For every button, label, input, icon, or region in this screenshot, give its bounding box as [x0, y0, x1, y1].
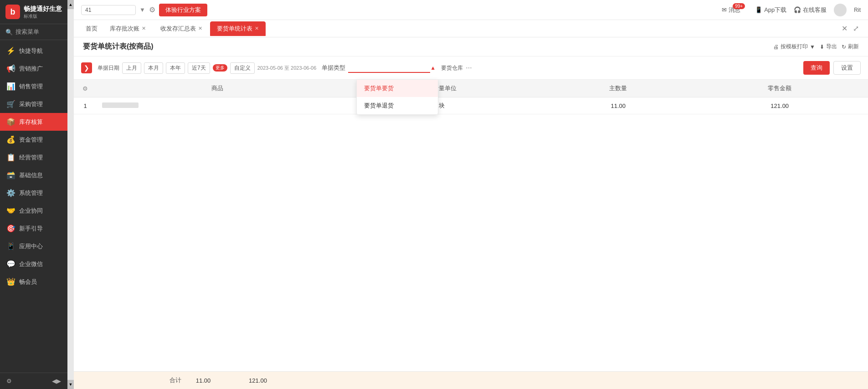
- industry-solution-button[interactable]: 体验行业方案: [159, 4, 207, 16]
- footer-label: 合计: [83, 376, 181, 384]
- filter-settings-button[interactable]: 设置: [833, 61, 861, 75]
- sidebar-item-basic[interactable]: 🗃️ 基础信息: [0, 166, 67, 184]
- marketing-icon: 📢: [6, 64, 15, 73]
- tab-inventory-batch[interactable]: 库存批次账 ✕: [103, 21, 153, 36]
- purchase-icon: 🛒: [6, 100, 15, 108]
- data-table-container: ⚙ 商品 主计量单位 主数量 零售金额 1 块 11.00: [74, 80, 868, 371]
- online-service-button[interactable]: 🎧 在线客服: [794, 6, 827, 14]
- scroll-up-btn[interactable]: ▲: [67, 0, 74, 9]
- filter-actions: 查询 设置: [803, 61, 861, 75]
- dropdown-arrow-icon[interactable]: ▼: [139, 6, 145, 13]
- refresh-label: 刷新: [848, 43, 859, 51]
- sidebar-item-label: 经营管理: [19, 154, 43, 162]
- sidebar-item-quick-nav[interactable]: ⚡ 快捷导航: [0, 42, 67, 60]
- sidebar-item-sales[interactable]: 📊 销售管理: [0, 77, 67, 95]
- sidebar-item-inventory[interactable]: 📦 库存核算: [0, 113, 67, 131]
- print-dropdown-icon[interactable]: ▼: [810, 44, 815, 50]
- scroll-indicator: ▲ ▼: [67, 0, 74, 389]
- sidebar-item-operations[interactable]: 📋 经营管理: [0, 148, 67, 166]
- sidebar-item-label: 应用中心: [19, 242, 43, 251]
- tab-label: 收发存汇总表: [160, 25, 196, 33]
- search-menu[interactable]: 🔍 搜索菜单: [0, 24, 67, 40]
- column-settings-icon[interactable]: ⚙: [82, 85, 88, 92]
- sales-icon: 📊: [6, 82, 15, 91]
- sidebar-item-enterprise[interactable]: 🤝 企业协同: [0, 202, 67, 220]
- sidebar-item-label: 畅会员: [19, 278, 37, 286]
- breadcrumb-input[interactable]: [81, 5, 136, 15]
- inventory-icon: 📦: [6, 118, 15, 126]
- app-download-button[interactable]: 📱 App下载: [755, 6, 786, 14]
- refresh-button[interactable]: ↻ 刷新: [842, 43, 859, 51]
- tabbar-right: ✕ ⤢: [840, 23, 861, 34]
- sidebar-item-appstore[interactable]: 📱 应用中心: [0, 237, 67, 255]
- messages-button[interactable]: ✉ 消息 99+: [722, 6, 740, 14]
- user-avatar[interactable]: [834, 4, 847, 16]
- date-last-month-button[interactable]: 上月: [122, 62, 141, 74]
- search-menu-label: 搜索菜单: [15, 28, 39, 36]
- tab-label: 库存批次账: [110, 25, 139, 33]
- dropdown-item-delivery[interactable]: 要货单要货: [357, 80, 438, 97]
- warehouse-more-button[interactable]: ···: [466, 64, 472, 72]
- sidebar-bottom: ⚙ ◀▶: [0, 373, 67, 389]
- date-last-7days-button[interactable]: 近7天: [188, 62, 210, 74]
- tab-home[interactable]: 首页: [81, 22, 102, 36]
- query-button[interactable]: 查询: [803, 61, 830, 75]
- sidebar-item-purchase[interactable]: 🛒 采购管理: [0, 95, 67, 113]
- type-dropdown: 要货单要货 要货单退货: [356, 79, 438, 115]
- table-row: 1 块 11.00 121.00: [74, 97, 868, 114]
- main-area: ▼ ⚙ 体验行业方案 ✉ 消息 99+ 📱 App下载 🎧 在线客服 Rit 首…: [74, 0, 868, 389]
- messages-icon: ✉: [722, 6, 727, 13]
- sidebar-item-label: 新手引导: [19, 225, 43, 233]
- online-service-label: 在线客服: [803, 6, 827, 14]
- date-filter-group: 单据日期 上月 本月 本年 近7天 更多 自定义 2023-05-06 至 20…: [98, 62, 316, 74]
- tab-expand-icon[interactable]: ⤢: [851, 23, 861, 34]
- col-settings[interactable]: ⚙: [74, 80, 97, 97]
- tab-order-stats[interactable]: 要货单统计表 ✕: [210, 21, 266, 36]
- date-this-month-button[interactable]: 本月: [144, 62, 163, 74]
- collapse-icon[interactable]: ◀▶: [52, 378, 61, 384]
- app-name: 畅捷通好生意: [24, 5, 62, 13]
- guide-icon: 🎯: [6, 224, 15, 233]
- sidebar-item-wechat[interactable]: 💬 企业微信: [0, 255, 67, 273]
- sidebar-item-label: 采购管理: [19, 100, 43, 108]
- tab-close-all-icon[interactable]: ✕: [840, 23, 849, 34]
- data-table: ⚙ 商品 主计量单位 主数量 零售金额 1 块 11.00: [74, 80, 868, 114]
- print-button[interactable]: 🖨 按模板打印 ▼: [773, 43, 815, 51]
- export-icon: ⬇: [820, 44, 824, 50]
- page-header: 要货单统计表(按商品) 🖨 按模板打印 ▼ ⬇ 导出 ↻ 刷新: [74, 37, 868, 56]
- sidebar-item-member[interactable]: 👑 畅会员: [0, 273, 67, 291]
- product-placeholder: [102, 102, 139, 108]
- date-this-year-button[interactable]: 本年: [166, 62, 185, 74]
- topbar-right: ✉ 消息 99+ 📱 App下载 🎧 在线客服 Rit: [722, 4, 861, 16]
- sidebar-item-finance[interactable]: 💰 资金管理: [0, 131, 67, 148]
- type-select-arrow[interactable]: ▲: [430, 65, 436, 71]
- sidebar-item-marketing[interactable]: 📢 营销推广: [0, 60, 67, 77]
- tab-close-receivables[interactable]: ✕: [198, 26, 202, 31]
- date-more-tag[interactable]: 更多: [213, 64, 227, 72]
- footer-amount: 121.00: [240, 377, 276, 384]
- dropdown-item-return[interactable]: 要货单退货: [357, 97, 438, 114]
- col-quantity: 主数量: [545, 80, 691, 97]
- page-actions: 🖨 按模板打印 ▼ ⬇ 导出 ↻ 刷新: [773, 43, 859, 51]
- member-icon: 👑: [6, 277, 15, 286]
- search-icon: 🔍: [5, 29, 13, 36]
- print-label: 按模板打印: [781, 43, 808, 51]
- cell-index: 1: [74, 97, 97, 114]
- tab-close-order-stats[interactable]: ✕: [255, 26, 259, 31]
- quick-nav-icon: ⚡: [6, 46, 15, 55]
- tabbar: 首页 库存批次账 ✕ 收发存汇总表 ✕ 要货单统计表 ✕ ✕ ⤢: [74, 20, 868, 37]
- system-icon: ⚙️: [6, 189, 15, 197]
- type-select-input[interactable]: [348, 63, 430, 73]
- topbar-settings-icon[interactable]: ⚙: [149, 5, 155, 14]
- export-button[interactable]: ⬇ 导出: [820, 43, 837, 51]
- scroll-down-btn[interactable]: ▼: [67, 380, 74, 389]
- tab-close-inventory-batch[interactable]: ✕: [142, 26, 146, 31]
- table-header-row: ⚙ 商品 主计量单位 主数量 零售金额: [74, 80, 868, 97]
- sidebar-item-system[interactable]: ⚙️ 系统管理: [0, 184, 67, 202]
- filter-expand-button[interactable]: ❯: [81, 62, 92, 73]
- date-custom-button[interactable]: 自定义: [230, 62, 255, 74]
- cell-amount: 121.00: [691, 97, 868, 114]
- tab-receivables[interactable]: 收发存汇总表 ✕: [154, 21, 209, 36]
- sidebar-item-guide[interactable]: 🎯 新手引导: [0, 220, 67, 237]
- settings-bottom-icon[interactable]: ⚙: [6, 378, 12, 384]
